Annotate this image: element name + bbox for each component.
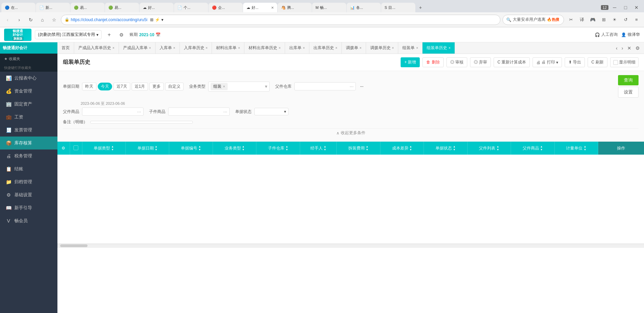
date-shortcut-1month[interactable]: 近1月 [132,83,148,90]
table-col-handler[interactable]: 经手人 ▲▼ [300,142,336,155]
nav-tab-zu-hist-close[interactable]: × [448,46,451,50]
nav-tabs-settings[interactable]: ⚙ [634,45,641,52]
brightness-icon-btn[interactable]: ☀ [610,15,619,25]
company-settings-button[interactable]: ⚙ [117,30,126,40]
sidebar-item-gongzi[interactable]: 💼 工资 [0,111,57,124]
period-selector[interactable]: 账期 2021-10 📅 [130,32,161,38]
table-col-check[interactable] [70,142,82,155]
table-col-settings[interactable]: ⚙ [57,142,70,155]
table-col-parent-list[interactable]: 父件列表 ▲▼ [467,142,511,155]
refresh-button[interactable]: C 刷新 [588,57,607,67]
browser-tab-11[interactable]: 📊 各... [347,3,381,12]
sidebar-item-shuiwu[interactable]: 🖨 税务管理 [0,150,57,162]
nav-tab-out-hist[interactable]: 出库单历史 × [309,42,342,54]
search-bar[interactable]: 🔍 大量安卓用户逃离 🔥热搜 [502,15,564,25]
biz-type-tag-close[interactable]: × [223,85,225,88]
home-button[interactable]: ⌂ [38,15,47,25]
child-goods-input[interactable]: ··· [168,108,230,116]
nav-tab-tiao-hist-close[interactable]: × [392,46,394,50]
nav-tabs-scroll-left[interactable]: ‹ [615,45,619,52]
sidebar-item-xinshou[interactable]: 📖 新手引导 [0,201,57,214]
browser-tab-1[interactable]: 🔵 在... [1,3,36,12]
address-dropdown-icon[interactable]: ▾ [161,17,163,22]
browser-tab-7[interactable]: 🔴 企... [209,3,243,12]
date-shortcut-today[interactable]: 今天 [98,83,112,90]
sidebar-item-huiyuan[interactable]: V 畅会员 [0,214,57,227]
translate-icon-btn[interactable]: 译 [577,15,587,25]
back-button[interactable]: ‹ [3,15,12,25]
menu-icon-btn[interactable]: ≡ [632,15,641,25]
scrollbar-area[interactable] [57,244,644,248]
nav-tab-zu-close[interactable]: × [416,46,418,50]
nav-tab-mat-out-hist-close[interactable]: × [279,46,281,50]
table-col-disassemble-fee[interactable]: 拆装费用 ▲▼ [337,142,380,155]
biz-type-input[interactable]: 组装 × ▾ [208,82,270,91]
table-col-type[interactable]: 单据类型 ▲▼ [82,142,125,155]
parent-warehouse-input[interactable]: ··· [294,82,356,90]
browser-tab-12[interactable]: S 目... [381,3,415,12]
note-input[interactable] [90,121,193,124]
service-button[interactable]: 🎧 人工咨询 [595,32,618,38]
query-button[interactable]: 查询 [618,75,639,85]
nav-tab-home[interactable]: 首页 [57,42,74,54]
nav-tab-prod-in-hist-close[interactable]: × [112,46,115,50]
table-col-date[interactable]: 单据日期 ▲▼ [125,142,169,155]
print-button[interactable]: 🖨 🖨 打印 ▾ [533,57,562,67]
table-col-unit[interactable]: 计量单位 ▲▼ [554,142,598,155]
order-status-select[interactable]: ▾ [254,108,289,115]
browser-tab-9[interactable]: 🐴 腾... [278,3,312,12]
browser-tab-10[interactable]: M 畅... [312,3,346,12]
browser-tab-2[interactable]: 📄 新... [36,3,70,12]
recalc-button[interactable]: C 重新计算成本 [494,57,530,67]
nav-tab-prod-in[interactable]: 产成品入库单 × [119,42,156,54]
nav-tab-rk[interactable]: 入库单历史 × [180,42,212,54]
scissors-icon-btn[interactable]: ✂ [566,15,576,25]
add-company-button[interactable]: + [105,31,113,39]
minimize-button[interactable]: ─ [610,3,619,12]
nav-tab-tiao-close[interactable]: × [360,46,362,50]
table-col-biz-type[interactable]: 业务类型 ▲▼ [213,142,256,155]
nav-tab-tiao[interactable]: 调拨单 × [342,42,366,54]
user-info[interactable]: 👤 徐泽华 [621,32,640,38]
nav-tab-out[interactable]: 出库单 × [285,42,309,54]
close-window-button[interactable]: ✕ [632,3,641,12]
add-button[interactable]: + 新增 [401,57,420,67]
sidebar-item-zijin[interactable]: 💰 资金管理 [0,85,57,98]
table-col-cost-diff[interactable]: 成本差异 ▲▼ [380,142,424,155]
collapse-button[interactable]: ∧ 收起更多条件 [63,128,639,137]
nav-tab-mat-out[interactable]: 材料出库单 × [212,42,244,54]
game-icon-btn[interactable]: 🎮 [588,15,598,25]
bookmark-button[interactable]: ☆ [49,15,59,25]
nav-tab-out-close[interactable]: × [303,46,305,50]
sidebar-item-kucun[interactable]: 📦 库存核算 [0,137,57,150]
sidebar-item-guding[interactable]: 🏢 固定资产 [0,98,57,111]
date-shortcut-yesterday[interactable]: 昨天 [82,83,96,90]
browser-tab-8[interactable]: ☁ 好... ✕ [243,3,277,12]
delete-button[interactable]: 🗑 删除 [422,57,443,67]
reload-button[interactable]: ↻ [26,15,36,25]
parent-goods-input[interactable]: ··· [82,108,144,116]
settings-button[interactable]: 设置 [618,87,639,98]
browser-tab-5[interactable]: ☁ 好... [139,3,174,12]
tab-close-8[interactable]: ✕ [271,6,274,10]
table-col-child-warehouse[interactable]: 子件仓库 ▲▼ [256,142,300,155]
new-tab-button[interactable]: + [416,3,425,12]
nav-tab-tiao-hist[interactable]: 调拨单历史 × [366,42,399,54]
abandon-button[interactable]: ◎ 弃审 [470,57,491,67]
nav-tab-rk-hist-close[interactable]: × [173,46,175,50]
nav-tab-mat-out-hist[interactable]: 材料出库单历史 × [244,42,285,54]
nav-tab-out-hist-close[interactable]: × [335,46,337,50]
maximize-button[interactable]: □ [621,3,630,12]
nav-tab-rk-hist[interactable]: 入库单 × [156,42,180,54]
nav-tab-prod-in-close[interactable]: × [149,46,151,50]
nav-tab-rk-close[interactable]: × [206,46,208,50]
nav-tab-mat-out-close[interactable]: × [238,46,240,50]
address-bar[interactable]: 🔒 https://cloud.chanjet.com/accounting/u… [61,15,500,25]
table-col-parent-goods[interactable]: 父件商品 ▲▼ [511,142,554,155]
display-detail-toggle[interactable]: 显示明细 [610,57,639,67]
apps-icon-btn[interactable]: ⊞ [599,15,608,25]
browser-tab-4[interactable]: 🟢 易... [105,3,139,12]
nav-tab-zu-hist[interactable]: 组装单历史 × [422,42,455,54]
date-shortcut-more[interactable]: 更多 [149,83,164,90]
date-shortcut-7days[interactable]: 近7天 [113,83,130,90]
